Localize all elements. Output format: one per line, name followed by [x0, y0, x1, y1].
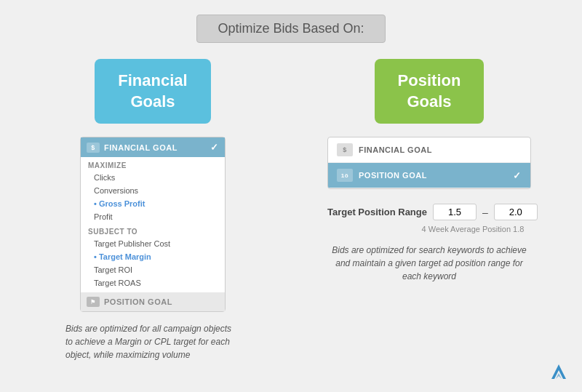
- menu-financial-label: FINANCIAL GOAL: [104, 143, 178, 152]
- menu-header-left: $ FINANCIAL GOAL: [87, 143, 178, 153]
- selector-financial-row[interactable]: $ FINANCIAL GOAL: [328, 137, 530, 163]
- menu-item-conversions[interactable]: Conversions: [81, 184, 225, 197]
- menu-financial-header[interactable]: $ FINANCIAL GOAL ✓: [81, 137, 225, 157]
- selector-financial-label: FINANCIAL GOAL: [359, 145, 432, 154]
- menu-position-footer[interactable]: ⚑ POSITION GOAL: [81, 292, 225, 311]
- menu-item-target-publisher-cost[interactable]: Target Publisher Cost: [81, 237, 225, 250]
- avg-position-text: 4 Week Average Position 1.8: [327, 225, 531, 233]
- logo-icon: [549, 361, 569, 382]
- position-goals-label[interactable]: PositionGoals: [375, 59, 485, 124]
- maximize-section-label: MAXIMIZE: [81, 157, 225, 171]
- page-container: Optimize Bids Based On: FinancialGoals $…: [0, 0, 582, 392]
- right-panel: $ FINANCIAL GOAL 1ö POSITION GOAL ✓: [327, 137, 531, 233]
- selector-financial-icon: $: [337, 143, 353, 156]
- menu-item-profit[interactable]: Profit: [81, 210, 225, 223]
- right-description-container: Bids are optimized for search keywords t…: [327, 244, 531, 283]
- financial-goal-icon: $: [87, 143, 100, 153]
- goal-selector: $ FINANCIAL GOAL 1ö POSITION GOAL ✓: [327, 137, 531, 189]
- menu-item-target-roas[interactable]: Target ROAS: [81, 276, 225, 289]
- menu-item-clicks[interactable]: Clicks: [81, 171, 225, 184]
- range-from-input[interactable]: [433, 204, 477, 220]
- financial-goals-label[interactable]: FinancialGoals: [95, 59, 210, 124]
- selector-num-icon: 1ö: [341, 172, 348, 179]
- logo-container: [549, 361, 569, 382]
- range-label: Target Position Range: [327, 207, 427, 217]
- dollar-icon: $: [91, 144, 95, 151]
- subject-to-section-label: SUBJECT TO: [81, 223, 225, 237]
- two-columns: FinancialGoals $ FINANCIAL GOAL ✓ MAXIMI…: [15, 59, 567, 377]
- menu-item-gross-profit[interactable]: Gross Profit: [81, 197, 225, 210]
- svg-marker-0: [551, 364, 566, 379]
- header-title: Optimize Bids Based On:: [218, 21, 364, 36]
- financial-check: ✓: [210, 142, 219, 153]
- left-description-container: Bids are optimized for all campaign obje…: [65, 322, 240, 361]
- menu-item-target-roi[interactable]: Target ROI: [81, 263, 225, 276]
- selector-position-icon: 1ö: [337, 169, 353, 182]
- right-description: Bids are optimized for search keywords t…: [327, 244, 531, 283]
- header-banner: Optimize Bids Based On:: [196, 15, 385, 43]
- flag-icon: ⚑: [90, 299, 96, 305]
- right-column: PositionGoals $ FINANCIAL GOAL 1ö: [297, 59, 562, 377]
- selector-position-label: POSITION GOAL: [359, 171, 427, 180]
- menu-position-label: POSITION GOAL: [104, 297, 172, 306]
- range-section: Target Position Range – 4 Week Average P…: [327, 204, 531, 233]
- position-goal-icon-gray: ⚑: [87, 297, 100, 307]
- menu-panel: $ FINANCIAL GOAL ✓ MAXIMIZE Clicks Conve…: [80, 137, 226, 312]
- left-column: FinancialGoals $ FINANCIAL GOAL ✓ MAXIMI…: [20, 59, 286, 377]
- range-label-row: Target Position Range –: [327, 204, 531, 220]
- range-to-input[interactable]: [494, 204, 538, 220]
- selector-dollar-icon: $: [343, 146, 347, 153]
- range-dash: –: [482, 207, 488, 218]
- selector-position-row[interactable]: 1ö POSITION GOAL ✓: [328, 163, 530, 188]
- menu-item-target-margin[interactable]: Target Margin: [81, 250, 225, 263]
- position-check: ✓: [513, 170, 522, 181]
- left-description: Bids are optimized for all campaign obje…: [65, 322, 240, 361]
